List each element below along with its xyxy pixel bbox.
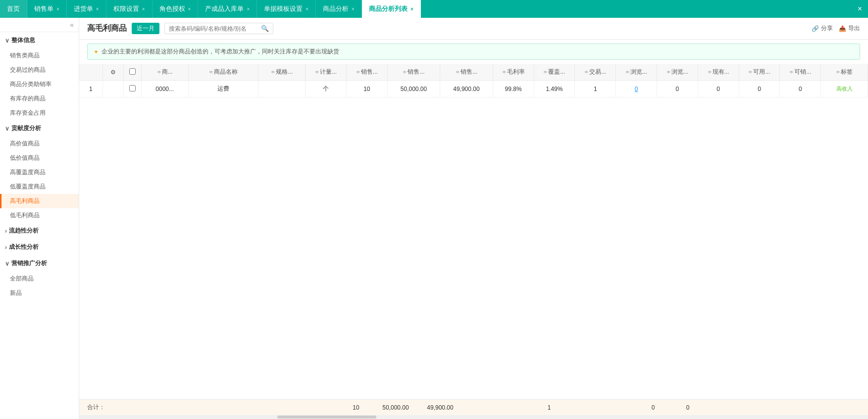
main-layout: « ∨整体信息销售类商品交易过的商品商品分类助销率有库存的商品库存资金占用∨贡献… <box>0 18 868 419</box>
sidebar-item-商品分类助销率[interactable]: 商品分类助销率 <box>0 77 79 92</box>
footer-cell-6 <box>304 404 339 411</box>
nav-item-权限设置[interactable]: 权限设置 × <box>106 0 153 18</box>
sidebar-item-库存资金占用[interactable]: 库存资金占用 <box>0 106 79 120</box>
horizontal-scrollbar[interactable] <box>79 415 868 419</box>
footer-cell-14 <box>601 404 636 411</box>
sidebar-item-销售类商品[interactable]: 销售类商品 <box>0 48 79 63</box>
header-actions: 🔗 分享 📤 导出 <box>812 24 860 33</box>
cell-transaction: 1 <box>575 81 616 97</box>
cell-current_stock: 0 <box>698 81 739 97</box>
sidebar-item-低覆盖度商品[interactable]: 低覆盖度商品 <box>0 180 79 194</box>
cell-browse2: 0 <box>657 81 698 97</box>
select-all-checkbox[interactable] <box>129 68 136 75</box>
sidebar-group-label: 营销推广分析 <box>11 259 47 268</box>
time-filter-button[interactable]: 近一月 <box>132 23 159 34</box>
col-header-settings[interactable]: ⚙ <box>102 64 124 81</box>
footer-cell-12: 1 <box>532 404 566 411</box>
nav-item-商品分析[interactable]: 商品分析 × <box>316 0 362 18</box>
sidebar-group-营销推广分析[interactable]: ∨营销推广分析 <box>0 255 79 272</box>
cell-code: 0000... <box>141 81 188 97</box>
nav-item-商品分析列表[interactable]: 商品分析列表 × <box>362 0 421 18</box>
sidebar-group-流趋性分析[interactable]: ›流趋性分析 <box>0 223 79 239</box>
nav-item-首页[interactable]: 首页 <box>0 0 27 18</box>
nav-close-进货单[interactable]: × <box>96 6 99 12</box>
col-header-name: ≑商品名称 <box>188 64 258 81</box>
sidebar-group-label: 整体信息 <box>11 36 35 45</box>
sidebar-item-新品[interactable]: 新品 <box>0 286 79 300</box>
sidebar-item-低价值商品[interactable]: 低价值商品 <box>0 151 79 165</box>
search-input[interactable] <box>169 25 261 32</box>
sidebar-collapse-button[interactable]: « <box>0 18 79 32</box>
cell-sales_qty: 10 <box>346 81 387 97</box>
sidebar-item-交易过的商品[interactable]: 交易过的商品 <box>0 63 79 77</box>
footer-totals: 合计： 1050,000.0049,900.00100 <box>79 399 868 415</box>
search-icon[interactable]: 🔍 <box>261 25 269 32</box>
col-header-sales_amount: ≑销售... <box>387 64 440 81</box>
footer-cell-3 <box>165 404 205 411</box>
cell-settings[interactable] <box>102 81 124 97</box>
footer-cell-8: 50,000.00 <box>373 404 418 411</box>
share-icon: 🔗 <box>812 25 819 32</box>
footer-cell-5 <box>264 404 304 411</box>
col-header-num <box>79 64 102 81</box>
sidebar-item-高覆盖度商品[interactable]: 高覆盖度商品 <box>0 165 79 180</box>
sidebar-group-整体信息[interactable]: ∨整体信息 <box>0 32 79 48</box>
sidebar-item-高价值商品[interactable]: 高价值商品 <box>0 137 79 151</box>
row-checkbox[interactable] <box>129 85 136 92</box>
browse-link[interactable]: 0 <box>635 86 638 93</box>
nav-item-角色授权[interactable]: 角色授权 × <box>153 0 199 18</box>
sidebar-group-成长性分析[interactable]: ›成长性分析 <box>0 239 79 255</box>
nav-item-单据模板设置[interactable]: 单据模板设置 × <box>257 0 316 18</box>
col-header-saleable: ≑可销... <box>780 64 821 81</box>
search-box: 🔍 <box>164 23 273 34</box>
sidebar-item-高毛利商品[interactable]: 高毛利商品 <box>0 194 79 208</box>
nav-item-销售单[interactable]: 销售单 × <box>27 0 67 18</box>
arrow-down-icon: ∨ <box>5 37 9 44</box>
cell-spec <box>258 81 306 97</box>
sidebar-group-label: 流趋性分析 <box>9 227 39 235</box>
footer-cell-0 <box>113 404 133 411</box>
sidebar-item-低毛利商品[interactable]: 低毛利商品 <box>0 208 79 223</box>
info-banner: ✦ 企业的主要的利润都是这部分商品创造的，可考虑加大推广，同时关注库存是不要出现… <box>87 44 860 60</box>
col-header-available: ≑可用... <box>739 64 780 81</box>
table-header: ⚙≑商...≑商品名称≑规格...≑计量...≑销售...≑销售...≑销售..… <box>79 64 868 81</box>
sidebar: « ∨整体信息销售类商品交易过的商品商品分类助销率有库存的商品库存资金占用∨贡献… <box>0 18 79 419</box>
info-banner-text: 企业的主要的利润都是这部分商品创造的，可考虑加大推广，同时关注库存是不要出现缺货 <box>102 47 339 56</box>
nav-close-单据模板设置[interactable]: × <box>306 6 308 12</box>
footer-cells: 1050,000.0049,900.00100 <box>113 404 868 411</box>
nav-close-销售单[interactable]: × <box>56 6 59 12</box>
footer-cell-2 <box>151 404 165 411</box>
cell-row-num: 1 <box>79 81 102 97</box>
nav-close-产成品入库单[interactable]: × <box>247 6 250 12</box>
footer-cell-4 <box>205 404 264 411</box>
footer-total-label: 合计： <box>79 403 113 412</box>
nav-close-商品分析[interactable]: × <box>352 6 355 12</box>
nav-item-进货单[interactable]: 进货单 × <box>67 0 106 18</box>
cell-checkbox[interactable] <box>124 81 141 97</box>
table-row: 10000...运费个1050,000.0049,900.0099.8%1.49… <box>79 81 868 97</box>
arrow-right-icon: › <box>5 228 7 234</box>
nav-close-角色授权[interactable]: × <box>188 6 191 12</box>
footer-cell-11 <box>497 404 532 411</box>
nav-item-产成品入库单[interactable]: 产成品入库单 × <box>198 0 257 18</box>
footer-cell-18 <box>740 404 779 411</box>
nav-close-商品分析列表[interactable]: × <box>410 6 413 12</box>
share-button[interactable]: 🔗 分享 <box>812 24 833 33</box>
cell-browse1[interactable]: 0 <box>616 81 657 97</box>
sidebar-group-贡献度分析[interactable]: ∨贡献度分析 <box>0 120 79 137</box>
sidebar-group-label: 贡献度分析 <box>11 124 41 133</box>
export-label: 导出 <box>848 24 860 33</box>
footer-cell-17 <box>705 404 740 411</box>
cell-coverage: 1.49% <box>534 81 575 97</box>
export-button[interactable]: 📤 导出 <box>839 24 860 33</box>
col-header-checkbox[interactable] <box>124 64 141 81</box>
col-header-current_stock: ≑现有... <box>698 64 739 81</box>
sidebar-item-有库存的商品[interactable]: 有库存的商品 <box>0 92 79 106</box>
close-all-button[interactable]: × <box>852 4 868 13</box>
content-header: 高毛利商品 近一月 🔍 🔗 分享 📤 导出 <box>79 18 868 40</box>
sidebar-item-全部商品[interactable]: 全部商品 <box>0 272 79 286</box>
cell-sales_amount: 50,000.00 <box>387 81 440 97</box>
nav-close-权限设置[interactable]: × <box>142 6 145 12</box>
cell-name: 运费 <box>188 81 258 97</box>
col-header-code: ≑商... <box>141 64 188 81</box>
